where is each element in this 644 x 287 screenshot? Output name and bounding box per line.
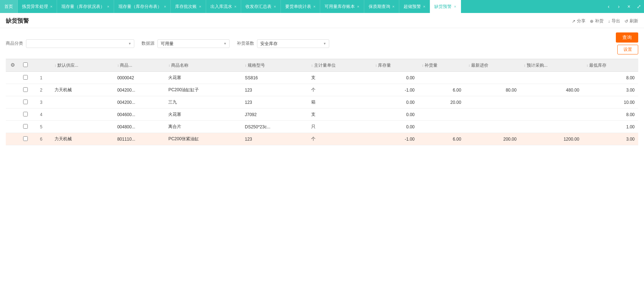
close-tab-6-icon[interactable]: × [274, 4, 276, 9]
close-tab-8-icon[interactable]: × [357, 4, 359, 9]
row-number: 5 [31, 121, 51, 133]
select-all-checkbox[interactable] [23, 62, 28, 67]
tab-home[interactable]: 首页 [0, 0, 18, 13]
row-gear-cell [6, 72, 19, 84]
filter-area: 商品分类 数据源 可用量 库存量 补货基数 安全库存 最低库存 [0, 28, 644, 59]
datasource-label: 数据源 [142, 40, 155, 47]
row-spec: J7092 [241, 109, 308, 121]
export-icon: ↓ [608, 19, 610, 24]
export-button[interactable]: ↓ 导出 [608, 18, 620, 24]
close-tab-5-icon[interactable]: × [234, 4, 236, 9]
page-header: 缺货预警 ↗ 分享 ⊕ 补货 ↓ 导出 ↺ 刷新 [0, 13, 644, 28]
close-tab-9-icon[interactable]: × [392, 4, 395, 9]
category-select[interactable] [26, 39, 134, 48]
tab-batch-account[interactable]: 库存批次账 × [171, 0, 206, 13]
table-row: 2 力天机械 004200... PC200油缸缸子 123 个 -1.00 6… [6, 84, 638, 96]
table-row: 1 0000042 火花塞 SS816 支 0.00 8.00 [6, 72, 638, 84]
row-est-purchase: 480.00 [520, 84, 583, 96]
col-spec[interactable]: 规格型号 [241, 59, 308, 72]
table-row: 5 004800... 离合片 DS250*23c... 只 0.00 1.00 [6, 121, 638, 133]
row-checkbox-cell [19, 96, 31, 109]
col-replenish[interactable]: 补货量 [418, 59, 465, 72]
col-min-stock[interactable]: 最低库存 [583, 59, 638, 72]
close-tab-3-icon[interactable]: × [164, 4, 166, 9]
row-latest-price [465, 96, 520, 109]
col-latest-price[interactable]: 最新进价 [465, 59, 520, 72]
row-checkbox-cell [19, 84, 31, 96]
query-button[interactable]: 查询 [616, 32, 638, 43]
close-tab-7-icon[interactable]: × [313, 4, 316, 9]
close-tab-2-icon[interactable]: × [107, 4, 109, 9]
row-supplier: 力天机械 [51, 84, 114, 96]
row-checkbox[interactable] [23, 112, 28, 116]
replenish-icon: ⊕ [590, 19, 593, 24]
row-spec: 123 [241, 84, 308, 96]
row-checkbox[interactable] [23, 136, 28, 141]
close-tab-1-icon[interactable]: × [50, 4, 52, 9]
col-stock[interactable]: 库存量 [371, 59, 418, 72]
row-checkbox[interactable] [23, 100, 28, 104]
close-tab-11-icon[interactable]: × [454, 4, 456, 9]
category-select-wrapper [26, 39, 134, 48]
col-est-purchase[interactable]: 预计采购... [520, 59, 583, 72]
col-name[interactable]: 商品名称 [165, 59, 241, 72]
row-supplier [51, 121, 114, 133]
close-tab-10-icon[interactable]: × [423, 4, 425, 9]
col-code[interactable]: 商品... [114, 59, 165, 72]
table-row: 6 力天机械 801110... PC200张紧油缸 123 个 -1.00 6… [6, 133, 638, 145]
row-min-stock: 10.00 [583, 96, 638, 109]
row-checkbox-cell [19, 109, 31, 121]
tab-next-button[interactable]: › [614, 0, 624, 13]
column-settings-icon[interactable]: ⚙ [9, 62, 16, 69]
tab-pick-exception[interactable]: 拣货异常处理 × [18, 0, 57, 13]
row-number: 3 [31, 96, 51, 109]
row-stock: 0.00 [371, 121, 418, 133]
replenish-base-select[interactable]: 安全库存 最低库存 [257, 39, 329, 48]
tab-order-stat[interactable]: 要货单统计表 × [281, 0, 320, 13]
tab-stock-dist[interactable]: 现存量（库存分布表） × [114, 0, 171, 13]
close-tab-4-icon[interactable]: × [199, 4, 201, 9]
refresh-button[interactable]: ↺ 刷新 [625, 18, 638, 24]
row-checkbox[interactable] [23, 87, 28, 92]
row-gear-cell [6, 121, 19, 133]
row-checkbox-cell [19, 121, 31, 133]
tab-prev-button[interactable]: ‹ [604, 0, 614, 13]
tab-summary[interactable]: 收发存汇总表 × [241, 0, 280, 13]
row-replenish: 6.00 [418, 84, 465, 96]
row-min-stock: 1.00 [583, 121, 638, 133]
row-code: 004200... [114, 96, 165, 109]
settings-button[interactable]: 设置 [617, 45, 638, 54]
row-replenish [418, 109, 465, 121]
tab-maximize-button[interactable]: ⤢ [634, 0, 644, 13]
replenish-button[interactable]: ⊕ 补货 [590, 18, 604, 24]
col-gear: ⚙ [6, 59, 19, 72]
row-checkbox[interactable] [23, 75, 28, 80]
col-checkbox [19, 59, 31, 72]
row-unit: 个 [308, 84, 372, 96]
table-row: 4 004600... 火花塞 J7092 支 0.00 8.00 [6, 109, 638, 121]
row-spec: DS250*23c... [241, 121, 308, 133]
row-supplier [51, 96, 114, 109]
tab-close-button[interactable]: × [624, 0, 634, 13]
col-no [31, 59, 51, 72]
row-unit: 支 [308, 109, 372, 121]
row-unit: 支 [308, 72, 372, 84]
row-name: 火花塞 [165, 72, 241, 84]
tab-stock-status[interactable]: 现存量（库存状况表） × [57, 0, 114, 13]
tab-flow[interactable]: 出入库流水 × [206, 0, 241, 13]
col-unit[interactable]: 主计量单位 [308, 59, 372, 72]
tab-available-ledger[interactable]: 可用量库存账本 × [320, 0, 364, 13]
row-supplier [51, 72, 114, 84]
col-supplier[interactable]: 默认供应... [51, 59, 114, 72]
tab-shortage[interactable]: 缺货预警 × [430, 0, 461, 13]
row-code: 004600... [114, 109, 165, 121]
share-button[interactable]: ↗ 分享 [572, 18, 586, 24]
tab-expiry-query[interactable]: 保质期查询 × [364, 0, 399, 13]
tab-overstock[interactable]: 超储预警 × [399, 0, 430, 13]
datasource-select[interactable]: 可用量 库存量 [157, 39, 230, 48]
row-supplier [51, 109, 114, 121]
row-name: PC200张紧油缸 [165, 133, 241, 145]
row-checkbox[interactable] [23, 124, 28, 129]
row-unit: 箱 [308, 96, 372, 109]
share-icon: ↗ [572, 19, 575, 24]
